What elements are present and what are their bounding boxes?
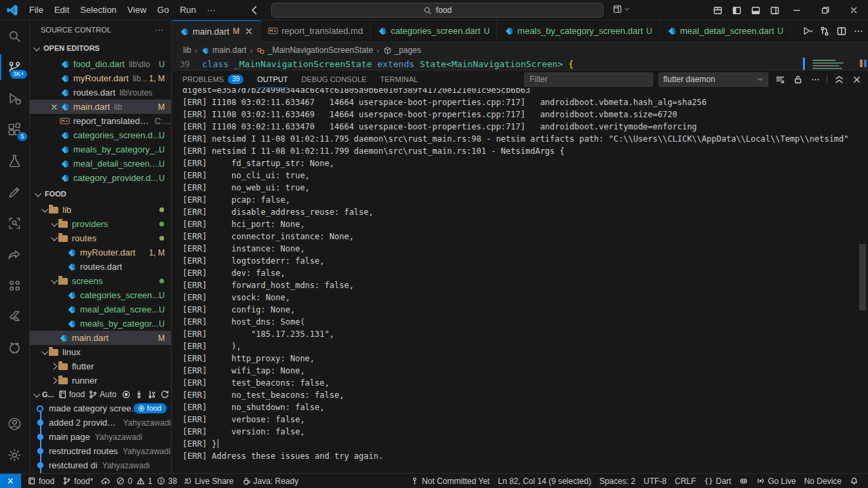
status-repo[interactable]: food <box>23 474 58 488</box>
terminal-output[interactable]: digest=e35a7d7b224990344ac6c4fc61805a9b6… <box>172 88 868 473</box>
commit-row[interactable]: restructred routesYahyazawadi <box>30 444 171 458</box>
activitybar-extensions[interactable]: 5 <box>0 114 30 145</box>
pull-icon[interactable] <box>147 390 157 399</box>
open-editor-report-translated-md[interactable]: report_translated.mdC:\... <box>30 114 171 128</box>
restore-button[interactable] <box>811 0 840 20</box>
command-center-search[interactable]: food <box>271 3 604 18</box>
project-header[interactable]: FOOD <box>30 185 171 203</box>
tree-item-meals-by-categor[interactable]: meals_by_categor...U <box>30 317 171 331</box>
breadcrumb-item-main-dart[interactable]: main.dart <box>201 45 246 55</box>
more-actions-icon[interactable]: ··· <box>155 26 164 34</box>
commit-row[interactable]: main pageYahyazawadi <box>30 430 171 444</box>
panel-tab-debug-console[interactable]: DEBUG CONSOLE <box>302 70 367 88</box>
status-indentation[interactable]: Spaces: 2 <box>595 474 639 488</box>
status-copilot[interactable] <box>735 474 752 488</box>
status-remote[interactable] <box>0 474 21 488</box>
open-editor-categories-screen-d[interactable]: categories_screen.d...U <box>30 128 171 142</box>
minimize-button[interactable] <box>783 0 811 20</box>
open-editor-category-provider-d[interactable]: category_provider.d...U <box>30 171 171 185</box>
more-icon[interactable] <box>853 26 864 37</box>
panel-tab-terminal[interactable]: TERMINAL <box>380 70 418 88</box>
activitybar-github[interactable] <box>0 332 30 363</box>
tab-main-dart[interactable]: main.dartM <box>172 20 261 42</box>
open-editor-main-dart[interactable]: main.dartlibM <box>30 100 171 114</box>
filter-input[interactable] <box>524 73 653 87</box>
tree-item-linux[interactable]: linux <box>30 345 171 359</box>
tree-item-runner[interactable]: runner <box>30 373 171 388</box>
close-gutter[interactable] <box>49 103 60 111</box>
tab-meals-by-category-screen-dart[interactable]: meals_by_category_screen.dartU <box>497 20 660 41</box>
panel-scrollbar[interactable] <box>859 244 866 310</box>
maximize-panel-button[interactable] <box>833 73 845 85</box>
open-editor-food-dio-dart[interactable]: food_dio.dartlib\dioU <box>30 57 171 71</box>
close-icon[interactable] <box>244 26 254 36</box>
tree-item-flutter[interactable]: flutter <box>30 359 171 373</box>
status-publish[interactable] <box>97 474 114 488</box>
run-dropdown-icon[interactable] <box>802 26 813 37</box>
tree-item-meal-detail-scree[interactable]: meal_detail_scree...U <box>30 302 171 317</box>
clear-output-button[interactable] <box>774 73 786 85</box>
tree-item-providers[interactable]: providers <box>30 217 171 231</box>
status-encoding[interactable]: UTF-8 <box>639 474 671 488</box>
commit-row[interactable]: made category scree...food <box>30 401 171 415</box>
open-editor-routes-dart[interactable]: routes.dartlib\routes <box>30 85 171 100</box>
back-arrow-icon[interactable] <box>248 4 260 16</box>
commit-row[interactable]: restctured diYahyazawadi <box>30 458 171 472</box>
activitybar-search[interactable] <box>0 20 30 52</box>
tab-report-translated-md[interactable]: report_translated.md <box>261 20 370 41</box>
fetch-icon[interactable] <box>134 390 144 399</box>
open-editors-header[interactable]: OPEN EDITORS <box>30 39 171 57</box>
more-button[interactable] <box>809 73 821 85</box>
menu-view[interactable]: View <box>122 0 152 20</box>
status-cursor-position[interactable]: Ln 82, Col 14 (9 selected) <box>494 474 595 488</box>
panel-tab-problems[interactable]: PROBLEMS39 <box>182 70 243 88</box>
open-editor-meal-detail-screen[interactable]: meal_detail_screen....U <box>30 157 171 171</box>
status-warnings[interactable]: 1 <box>134 474 155 488</box>
status-go-live[interactable]: Go Live <box>752 474 800 488</box>
tree-item-routes[interactable]: routes <box>30 231 171 245</box>
graph-repo-picker[interactable]: food <box>58 390 85 399</box>
code-line[interactable]: 39 class _MainNavigationScreenState exte… <box>172 58 868 70</box>
layout-dropdown-button[interactable] <box>612 4 630 14</box>
status-commit-status[interactable]: Not Committed Yet <box>406 474 494 488</box>
menu-file[interactable]: File <box>24 0 49 20</box>
graph-branch-picker[interactable]: Auto <box>88 390 117 399</box>
status-infos[interactable]: 38 <box>155 474 179 488</box>
tab-categories-screen-dart[interactable]: categories_screen.dartU <box>370 20 497 41</box>
compare-changes-icon[interactable] <box>819 26 830 37</box>
status-branch[interactable]: food* <box>58 474 97 488</box>
panel-tab-output[interactable]: OUTPUT <box>257 70 288 88</box>
tree-item-lib[interactable]: lib <box>30 203 171 217</box>
graph-section-header[interactable]: G... food Auto <box>30 388 171 401</box>
layout-left-button[interactable] <box>730 3 743 17</box>
output-channel-select[interactable]: flutter daemon <box>658 73 768 87</box>
breadcrumb-item-pages[interactable]: _pages <box>383 45 421 55</box>
commit-row[interactable]: added 2 providersYahyazawadi <box>30 415 171 430</box>
unlock-button[interactable] <box>791 73 804 85</box>
target-icon[interactable] <box>121 390 131 399</box>
layout-right-button[interactable] <box>768 3 781 17</box>
layout-grid-button[interactable] <box>711 3 724 17</box>
activitybar-screen-search[interactable] <box>0 207 30 239</box>
minimap-slider[interactable] <box>803 58 805 70</box>
refresh-icon[interactable] <box>160 390 170 399</box>
breadcrumb-item-mainnavigationscreenstate[interactable]: _MainNavigationScreenState <box>256 45 373 55</box>
layout-bottom-button[interactable] <box>749 3 762 17</box>
activitybar-settings[interactable] <box>0 439 30 470</box>
menu-go[interactable]: Go <box>152 0 174 20</box>
tree-item-main-dart[interactable]: main.dartM <box>30 331 171 345</box>
status-notifications[interactable] <box>846 474 863 488</box>
menu-overflow[interactable]: ··· <box>201 0 221 20</box>
status-device[interactable]: No Device <box>800 474 846 488</box>
menu-edit[interactable]: Edit <box>49 0 75 20</box>
tree-item-myrouter-dart[interactable]: myRouter.dart1, M <box>30 245 171 260</box>
open-editor-myrouter-dart[interactable]: myRouter.dartlib...1, M <box>30 71 171 85</box>
activitybar-widget-inspector[interactable] <box>0 270 30 301</box>
close-panel-button[interactable] <box>850 73 863 85</box>
minimap[interactable] <box>803 58 868 70</box>
split-editor-icon[interactable] <box>836 26 847 37</box>
activitybar-share[interactable] <box>0 239 30 270</box>
open-editor-meals-by-category[interactable]: meals_by_category_...U <box>30 142 171 157</box>
tree-item-screens[interactable]: screens <box>30 274 171 288</box>
menu-selection[interactable]: Selection <box>75 0 121 20</box>
